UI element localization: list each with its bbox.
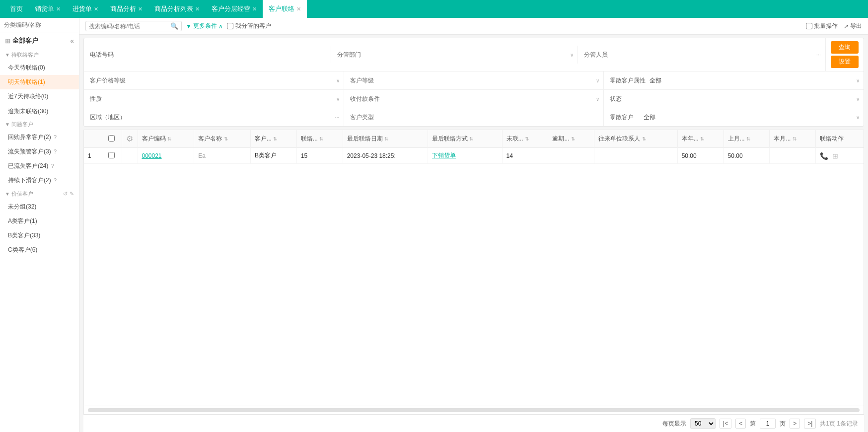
sidebar-collapse-btn[interactable]: « bbox=[70, 37, 74, 45]
sidebar-item-overdue[interactable]: 逾期未联络(30) bbox=[0, 104, 79, 119]
nav-analysis-close[interactable]: ✕ bbox=[138, 0, 143, 18]
table-gear-icon[interactable]: ⚙ bbox=[126, 135, 133, 143]
last-contact-method-link[interactable]: 下销货单 bbox=[432, 152, 456, 159]
nav-analysis[interactable]: 商品分析 ✕ bbox=[104, 0, 148, 18]
filter-nature-label: 性质 bbox=[90, 95, 120, 103]
sidebar-item-continuous-drop[interactable]: 持续下滑客户(2) ? bbox=[0, 173, 79, 188]
filter-payment: 收付款条件 ∨ bbox=[344, 90, 604, 108]
filter-nature-dropdown[interactable]: ∨ bbox=[336, 96, 340, 102]
sort-contact-count[interactable]: ⇅ bbox=[319, 136, 323, 142]
sidebar-item-class-a[interactable]: A类客户(1) bbox=[0, 214, 79, 228]
sidebar-item-today[interactable]: 今天待联络(0) bbox=[0, 61, 79, 75]
select-all-checkbox[interactable] bbox=[108, 135, 115, 142]
data-table: ⚙ 客户编码 ⇅ 客户名称 ⇅ 客户... ⇅ bbox=[84, 130, 864, 164]
sidebar-item-repurchase[interactable]: 回购异常客户(2) ? bbox=[0, 130, 79, 144]
customer-name-value: Ea bbox=[198, 152, 206, 159]
sidebar-item-tomorrow[interactable]: 明天待联络(1) bbox=[0, 75, 79, 89]
filter-region-more[interactable]: ··· bbox=[335, 114, 340, 120]
sidebar-item-lost[interactable]: 已流失客户(24) ? bbox=[0, 159, 79, 173]
nav-sales-close[interactable]: ✕ bbox=[56, 0, 61, 18]
nav-analysis-list-close[interactable]: ✕ bbox=[195, 0, 200, 18]
sort-customer-name[interactable]: ⇅ bbox=[224, 136, 228, 142]
last-month-value: 50.00 bbox=[728, 152, 743, 159]
filter-dept-dropdown[interactable]: ∨ bbox=[570, 52, 574, 58]
grid-icon: ⊞ bbox=[5, 37, 10, 45]
filter-manager-more[interactable]: ··· bbox=[816, 52, 821, 58]
sort-this-year[interactable]: ⇅ bbox=[700, 136, 704, 142]
sidebar-group-pending[interactable]: ▼ 待联络客户 bbox=[0, 49, 79, 61]
filter-retail-attr-label: 零散客户属性 bbox=[610, 76, 646, 85]
search-input[interactable] bbox=[89, 23, 168, 30]
nav-sales[interactable]: 销货单 ✕ bbox=[29, 0, 67, 18]
value-edit-icon[interactable]: ✎ bbox=[70, 191, 74, 197]
filter-region-label: 区域（地区） bbox=[90, 113, 126, 122]
action-more-icon[interactable]: ⊞ bbox=[832, 152, 838, 160]
reset-btn[interactable]: 设置 bbox=[831, 56, 859, 68]
filter-price-grade-dropdown[interactable]: ∨ bbox=[336, 78, 340, 83]
nav-customer-tier-close[interactable]: ✕ bbox=[252, 0, 257, 18]
sort-customer-code[interactable]: ⇅ bbox=[167, 136, 171, 142]
th-last-contact-method: 最后联络方式 ⇅ bbox=[428, 130, 502, 148]
row-checkbox[interactable] bbox=[108, 152, 115, 158]
sort-this-month[interactable]: ⇅ bbox=[793, 136, 796, 142]
filter-payment-dropdown[interactable]: ∨ bbox=[596, 96, 599, 102]
nav-home[interactable]: 首页 bbox=[4, 0, 29, 18]
nav-purchase-close[interactable]: ✕ bbox=[94, 0, 98, 18]
horizontal-scrollbar[interactable] bbox=[88, 408, 860, 412]
nav-customer-tier[interactable]: 客户分层经营 ✕ bbox=[206, 0, 263, 18]
sidebar-item-class-b[interactable]: B类客户(33) bbox=[0, 228, 79, 243]
sort-last-contact-method[interactable]: ⇅ bbox=[469, 136, 473, 142]
query-btn[interactable]: 查询 bbox=[831, 41, 859, 54]
first-page-btn[interactable]: |< bbox=[720, 419, 731, 429]
nav-analysis-list[interactable]: 商品分析列表 ✕ bbox=[148, 0, 206, 18]
sort-customer-type[interactable]: ⇅ bbox=[273, 136, 277, 142]
search-box: 🔍 bbox=[85, 21, 182, 31]
action-phone-icon[interactable]: 📞 bbox=[820, 152, 828, 160]
sort-last-month[interactable]: ⇅ bbox=[746, 136, 750, 142]
filter-row-1: 电话号码 分管部门 ∨ 分管人员 ··· 查询 设置 bbox=[84, 38, 864, 72]
sort-last-contact-date[interactable]: ⇅ bbox=[384, 136, 388, 142]
last-page-btn[interactable]: >| bbox=[804, 419, 816, 429]
export-btn[interactable]: ↗ 导出 bbox=[844, 22, 862, 30]
customer-code-link[interactable]: 000021 bbox=[142, 152, 162, 159]
sidebar-group-problem[interactable]: ▼ 问题客户 bbox=[0, 119, 79, 130]
sort-overdue[interactable]: ⇅ bbox=[571, 136, 575, 142]
tri-icon-3: ▼ bbox=[5, 191, 10, 197]
sidebar-item-lost-risk[interactable]: 流失预警客户(3) ? bbox=[0, 144, 79, 159]
my-customers-label: 我分管的客户 bbox=[235, 22, 271, 30]
sidebar-item-class-c[interactable]: C类客户(6) bbox=[0, 243, 79, 257]
filter-retail-attr-dropdown[interactable]: ∨ bbox=[856, 78, 860, 83]
page-size-select[interactable]: 50 100 200 bbox=[690, 418, 716, 429]
sidebar-search-input[interactable] bbox=[4, 21, 78, 28]
value-refresh-icon[interactable]: ↺ bbox=[63, 191, 68, 197]
tri-icon-2: ▼ bbox=[5, 122, 10, 127]
nav-customer-contact[interactable]: 客户联络 ✕ bbox=[263, 0, 307, 18]
sort-unit-contact[interactable]: ⇅ bbox=[642, 136, 646, 142]
my-customers-check[interactable] bbox=[227, 23, 233, 29]
filter-status-dropdown[interactable]: ∨ bbox=[856, 96, 860, 102]
sort-no-contact[interactable]: ⇅ bbox=[525, 136, 529, 142]
search-icon-btn[interactable]: 🔍 bbox=[170, 22, 178, 30]
prev-page-btn[interactable]: < bbox=[735, 419, 746, 429]
nav-customer-contact-close[interactable]: ✕ bbox=[296, 0, 301, 18]
batch-op-btn[interactable]: 批量操作 bbox=[806, 22, 838, 30]
cell-gear bbox=[122, 148, 138, 164]
filter-cust-grade-dropdown[interactable]: ∨ bbox=[596, 78, 599, 83]
my-customers-checkbox[interactable]: 我分管的客户 bbox=[227, 22, 271, 30]
batch-op-check[interactable] bbox=[806, 23, 812, 29]
sidebar: 🔍 ⊞ 全部客户 « ▼ 待联络客户 今天待联络(0) 明天待联络(1) 近7天… bbox=[0, 18, 79, 432]
more-conditions-btn[interactable]: ▼ 更多条件 ∧ bbox=[186, 22, 223, 30]
sidebar-group-value[interactable]: ▼ 价值客户 ↺ ✎ bbox=[0, 188, 79, 200]
filter-retail-cust-dropdown[interactable]: ∨ bbox=[856, 115, 860, 120]
sidebar-all-customers[interactable]: ⊞ 全部客户 « bbox=[0, 32, 79, 49]
no-contact-value: 14 bbox=[506, 152, 513, 159]
nav-purchase[interactable]: 进货单 ✕ bbox=[67, 0, 104, 18]
next-page-btn[interactable]: > bbox=[790, 419, 800, 429]
filter-status-label: 状态 bbox=[610, 95, 640, 103]
sidebar-item-7days[interactable]: 近7天待联络(0) bbox=[0, 89, 79, 104]
sidebar-item-ungrouped[interactable]: 未分组(32) bbox=[0, 200, 79, 214]
page-number-input[interactable] bbox=[760, 419, 776, 429]
filter-phone-input[interactable] bbox=[124, 51, 325, 58]
th-customer-name: 客户名称 ⇅ bbox=[194, 130, 251, 148]
filter-row-3: 性质 ∨ 收付款条件 ∨ 状态 ∨ bbox=[84, 90, 864, 108]
